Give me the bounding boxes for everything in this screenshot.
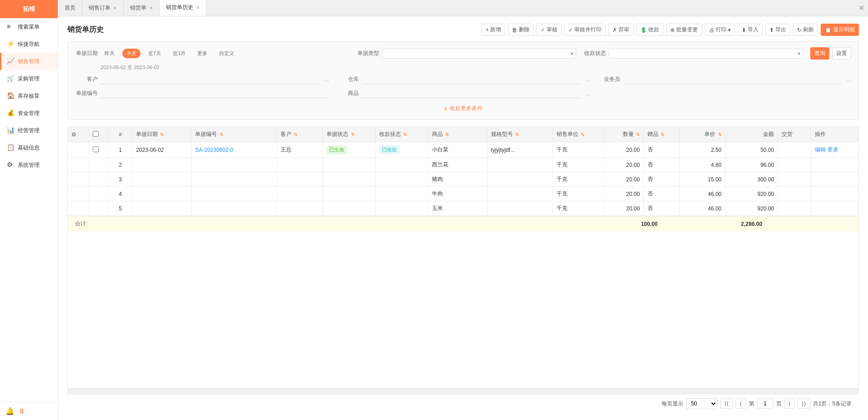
row-checkbox-cell[interactable] xyxy=(89,158,108,172)
sidebar-item-purchase-mgmt[interactable]: 🛒 采购管理 xyxy=(0,70,58,87)
prev-page-button[interactable]: ⟨ xyxy=(736,399,746,409)
date-chip-7days[interactable]: 近7天 xyxy=(144,49,165,58)
tab-sales-order[interactable]: 销售订单 ✕ xyxy=(82,0,124,16)
col-gift[interactable]: 赠品 ⇅ xyxy=(644,127,680,142)
col-num: # xyxy=(109,127,132,142)
row-spec xyxy=(487,201,553,216)
sidebar-item-label: 资金管理 xyxy=(18,110,40,117)
row-checkbox-cell[interactable] xyxy=(89,172,108,187)
pause-icon[interactable]: ⏸ xyxy=(18,407,25,415)
row-qty: 20.00 xyxy=(604,187,644,201)
row-pay-status xyxy=(375,172,428,187)
first-page-button[interactable]: ⟨⟨ xyxy=(720,399,733,409)
select-all-checkbox[interactable] xyxy=(93,131,99,137)
sidebar-item-quick-nav[interactable]: ⚡ 快捷导航 xyxy=(0,35,58,53)
tab-sales-shipment[interactable]: 销货单 ✕ xyxy=(124,0,160,16)
per-page-select[interactable]: 50 100 xyxy=(686,398,717,409)
page-input[interactable] xyxy=(757,399,773,409)
row-doc-status: 已生效 xyxy=(323,142,376,158)
more-link[interactable]: 更多 xyxy=(828,146,838,153)
row-checkbox-cell[interactable] xyxy=(89,142,108,158)
warehouse-input[interactable] xyxy=(361,75,581,84)
tab-sales-history[interactable]: 销货单历史 ✕ xyxy=(160,0,206,16)
date-chip-1month[interactable]: 近1月 xyxy=(169,49,190,58)
tab-close-sales-order[interactable]: ✕ xyxy=(113,5,117,10)
row-action xyxy=(811,172,858,187)
tab-home[interactable]: 首页 xyxy=(58,0,82,16)
col-doc-status[interactable]: 单据状态 ⇅ xyxy=(323,127,376,142)
pay-status-select-wrap[interactable] xyxy=(609,49,803,59)
date-chip-more[interactable]: 更多 xyxy=(193,49,211,58)
row-amount: 300.00 xyxy=(725,172,778,187)
row-product: 小白菜 xyxy=(428,142,487,158)
doc-type-select[interactable] xyxy=(382,49,576,59)
sidebar-item-search-menu[interactable]: ≡ 搜索菜单 xyxy=(0,18,58,35)
filter-warehouse: 仓库 ... xyxy=(336,75,590,84)
col-product[interactable]: 商品 ⇅ xyxy=(428,127,487,142)
row-unit: 千克 xyxy=(553,172,604,187)
audit-print-button[interactable]: ✓ 审核并打印 xyxy=(564,24,606,36)
tab-close-sales-shipment[interactable]: ✕ xyxy=(149,5,153,10)
date-chip-today[interactable]: 今天 xyxy=(122,49,140,58)
warehouse-dots[interactable]: ... xyxy=(586,76,590,83)
col-spec[interactable]: 规格型号 ⇅ xyxy=(487,127,553,142)
col-date[interactable]: 单据日期 ⇅ xyxy=(132,127,191,142)
row-checkbox-cell[interactable] xyxy=(89,187,108,201)
export-button[interactable]: ⬆ 导出 xyxy=(765,24,790,36)
doc-type-select-wrap[interactable] xyxy=(382,49,576,59)
new-button[interactable]: + 新增 xyxy=(482,24,505,36)
query-button[interactable]: 查询 xyxy=(810,47,829,60)
settings-filter-button[interactable]: 设置 xyxy=(832,47,851,60)
row-spec xyxy=(487,172,553,187)
audit-button[interactable]: ✓ 审核 xyxy=(537,24,562,36)
product-input[interactable] xyxy=(361,89,581,98)
batch-change-button[interactable]: ⊕ 批量变更 xyxy=(666,24,702,36)
date-range-text: 2023-06-02 至 2023-06-02 xyxy=(100,65,160,70)
notification-icon[interactable]: 🔔 xyxy=(5,407,15,415)
col-price[interactable]: 单价 ⇅ xyxy=(679,127,725,142)
abandon-button[interactable]: ✗ 弃审 xyxy=(608,24,633,36)
row-customer xyxy=(277,172,323,187)
sidebar-item-system-mgmt[interactable]: ⚙ 系统管理 xyxy=(0,156,58,174)
staff-input[interactable] xyxy=(623,75,842,84)
date-chip-yesterday[interactable]: 昨天 xyxy=(100,49,119,58)
row-checkbox-cell[interactable] xyxy=(89,201,108,216)
date-chip-custom[interactable]: 自定义 xyxy=(215,49,238,58)
row-checkbox[interactable] xyxy=(93,146,99,152)
sidebar-item-inventory[interactable]: 🏠 库存核算 xyxy=(0,87,58,105)
pay-status-select[interactable] xyxy=(609,49,803,59)
col-unit[interactable]: 销售单位 ⇅ xyxy=(553,127,604,142)
next-page-button[interactable]: ⟩ xyxy=(784,399,795,409)
collect-button[interactable]: 💲 收款 xyxy=(636,24,663,36)
staff-dots[interactable]: ... xyxy=(847,76,851,83)
doc-no-input[interactable] xyxy=(100,89,329,98)
tabs-close-all[interactable]: ✕ xyxy=(858,4,868,12)
row-sn[interactable]: SA-20230602-0 xyxy=(191,142,277,158)
show-detail-button[interactable]: 📋 显示明细 xyxy=(821,24,859,36)
col-customer[interactable]: 客户 ⇅ xyxy=(277,127,323,142)
tab-close-sales-history[interactable]: ✕ xyxy=(196,5,200,10)
product-dots[interactable]: ... xyxy=(586,90,590,97)
sn-link[interactable]: SA-20230602-0 xyxy=(195,147,233,153)
col-settings[interactable]: ⚙ xyxy=(68,127,89,142)
edit-link[interactable]: 编辑 xyxy=(815,146,826,153)
refresh-button[interactable]: ↻ 刷新 xyxy=(793,24,818,36)
sidebar-item-finance-mgmt[interactable]: 💰 资金管理 xyxy=(0,105,58,122)
col-sn[interactable]: 单据编号 ⇅ xyxy=(191,127,277,142)
sidebar-item-operations-mgmt[interactable]: 📊 经营管理 xyxy=(0,122,58,139)
delete-button[interactable]: 🗑 删除 xyxy=(508,24,534,36)
import-button[interactable]: ⬇ 导入 xyxy=(738,24,763,36)
customer-dots[interactable]: ... xyxy=(324,76,329,83)
collapse-button[interactable]: ∧ 收起更多条件 xyxy=(442,103,484,114)
scroll-bar[interactable] xyxy=(67,389,859,394)
print-button[interactable]: 🖨 打印 ▾ xyxy=(705,24,735,36)
pay-status-label: 收款状态 xyxy=(583,50,606,57)
customer-input[interactable] xyxy=(100,75,320,84)
last-page-button[interactable]: ⟩⟩ xyxy=(798,399,810,409)
col-qty[interactable]: 数量 ⇅ xyxy=(604,127,644,142)
sidebar-item-basic-info[interactable]: 📋 基础信息 xyxy=(0,139,58,156)
sidebar-item-sales-mgmt[interactable]: 📈 销售管理 xyxy=(0,53,58,70)
row-settings-cell xyxy=(68,172,89,187)
col-pay-status[interactable]: 收款状态 ⇅ xyxy=(375,127,428,142)
col-checkbox[interactable] xyxy=(89,127,108,142)
